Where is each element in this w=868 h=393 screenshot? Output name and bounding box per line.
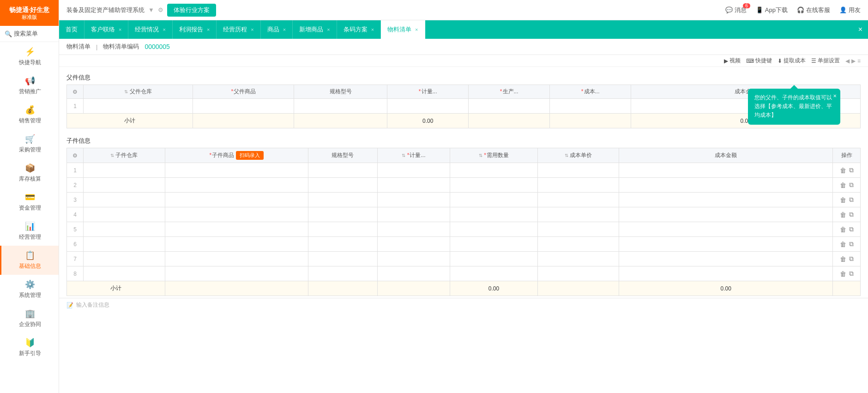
cell-child-unit[interactable] — [377, 222, 450, 237]
cell-child-spec[interactable] — [308, 193, 377, 207]
delete-icon[interactable]: 🗑 — [840, 255, 846, 263]
cell-unit-cost[interactable] — [537, 222, 619, 237]
cell-child-goods[interactable] — [165, 252, 308, 266]
settings-icon[interactable]: ⚙ — [158, 6, 163, 13]
cell-child-amount[interactable] — [619, 222, 833, 237]
cell-child-unit[interactable] — [377, 163, 450, 178]
cell-child-spec[interactable] — [308, 222, 377, 237]
cell-child-amount[interactable] — [619, 178, 833, 193]
cell-unit-cost[interactable] — [537, 163, 619, 178]
cell-produce[interactable] — [469, 99, 550, 114]
tab-close-icon[interactable]: × — [251, 27, 253, 32]
tab-profit[interactable]: 利润报告 × — [173, 20, 217, 39]
cell-child-goods[interactable] — [165, 178, 308, 193]
cell-quantity[interactable] — [450, 222, 538, 237]
cell-child-warehouse[interactable] — [84, 207, 165, 222]
tab-close-icon[interactable]: × — [371, 27, 374, 32]
cell-child-goods[interactable] — [165, 163, 308, 178]
copy-icon[interactable]: ⧉ — [849, 240, 854, 248]
cell-child-amount[interactable] — [619, 163, 833, 178]
cell-child-spec[interactable] — [308, 163, 377, 178]
sidebar-item-guide[interactable]: 🔰 新手引导 — [0, 333, 59, 362]
cell-quantity[interactable] — [450, 207, 538, 222]
cell-child-spec[interactable] — [308, 266, 377, 281]
tab-close-icon[interactable]: × — [283, 27, 286, 32]
copy-icon[interactable]: ⧉ — [849, 211, 854, 218]
cell-child-amount[interactable] — [619, 252, 833, 266]
nav-close-button[interactable]: × — [853, 25, 868, 34]
next-icon[interactable]: ▶ — [851, 58, 856, 64]
cell-child-goods[interactable] — [165, 237, 308, 252]
copy-icon[interactable]: ⧉ — [849, 255, 854, 263]
sidebar-item-system[interactable]: ⚙️ 系统管理 — [0, 275, 59, 304]
sidebar-item-enterprise[interactable]: 🏢 企业协同 — [0, 304, 59, 333]
delete-icon[interactable]: 🗑 — [840, 167, 846, 174]
cell-child-warehouse[interactable] — [84, 222, 165, 237]
tab-bom[interactable]: 物料清单 × — [381, 20, 425, 39]
user-item[interactable]: 👤 用友 — [839, 6, 861, 14]
copy-icon[interactable]: ⧉ — [849, 166, 854, 174]
cell-unit-cost[interactable] — [537, 193, 619, 207]
breadcrumb-item1[interactable]: 物料清单 — [66, 42, 90, 51]
trial-button[interactable]: 体验行业方案 — [167, 4, 216, 17]
cell-quantity[interactable] — [450, 266, 538, 281]
scan-button[interactable]: 扫码录入 — [236, 151, 264, 160]
sidebar-item-sales[interactable]: 💰 销售管理 — [0, 100, 59, 129]
copy-icon[interactable]: ⧉ — [849, 270, 854, 278]
sidebar-item-marketing[interactable]: 📢 营销推广 — [0, 71, 59, 100]
delete-icon[interactable]: 🗑 — [840, 211, 846, 218]
tab-customer[interactable]: 客户联络 × — [84, 20, 128, 39]
message-item[interactable]: 💬 消息 6 — [725, 6, 747, 14]
copy-icon[interactable]: ⧉ — [849, 196, 854, 204]
delete-icon[interactable]: 🗑 — [840, 226, 846, 233]
cell-unit[interactable] — [387, 99, 469, 114]
tab-barcode[interactable]: 条码方案 × — [337, 20, 381, 39]
cell-quantity[interactable] — [450, 193, 538, 207]
search-menu[interactable]: 🔍 搜索菜单 — [0, 26, 59, 42]
cell-quantity[interactable] — [450, 252, 538, 266]
shortcuts-button[interactable]: ⌨ 快捷键 — [746, 57, 772, 65]
tab-new-goods[interactable]: 新增商品 × — [293, 20, 337, 39]
cell-goods[interactable] — [193, 99, 294, 114]
cell-child-unit[interactable] — [377, 193, 450, 207]
sidebar-item-quick-nav[interactable]: ⚡ 快捷导航 — [0, 42, 59, 71]
cell-unit-cost[interactable] — [537, 237, 619, 252]
sidebar-item-finance[interactable]: 💳 资金管理 — [0, 187, 59, 217]
sidebar-item-purchase[interactable]: 🛒 采购管理 — [0, 129, 59, 158]
cell-child-warehouse[interactable] — [84, 178, 165, 193]
cell-child-spec[interactable] — [308, 207, 377, 222]
cell-spec[interactable] — [294, 99, 387, 114]
dropdown-icon[interactable]: ▼ — [148, 6, 154, 13]
cell-child-warehouse[interactable] — [84, 163, 165, 178]
cell-unit-cost[interactable] — [537, 266, 619, 281]
delete-icon[interactable]: 🗑 — [840, 196, 846, 204]
th-settings-child[interactable]: ⚙ — [67, 148, 84, 163]
cell-quantity[interactable] — [450, 178, 538, 193]
cell-child-amount[interactable] — [619, 193, 833, 207]
list-view-icon[interactable]: ≡ — [857, 58, 861, 64]
cell-child-warehouse[interactable] — [84, 193, 165, 207]
cell-unit-cost[interactable] — [537, 252, 619, 266]
cell-child-amount[interactable] — [619, 266, 833, 281]
cell-cost[interactable] — [550, 99, 631, 114]
note-label[interactable]: 输入备注信息 — [76, 301, 109, 309]
cell-child-unit[interactable] — [377, 237, 450, 252]
delete-icon[interactable]: 🗑 — [840, 270, 846, 278]
copy-icon[interactable]: ⧉ — [849, 181, 854, 189]
extract-cost-button[interactable]: ⬇ 提取成本 — [778, 57, 806, 65]
app-download-item[interactable]: 📱 App下载 — [756, 6, 788, 14]
cell-child-goods[interactable] — [165, 222, 308, 237]
delete-icon[interactable]: 🗑 — [840, 241, 846, 248]
tab-close-icon[interactable]: × — [415, 27, 418, 32]
cell-child-goods[interactable] — [165, 266, 308, 281]
video-button[interactable]: ▶ 视频 — [724, 57, 741, 65]
sidebar-item-inventory[interactable]: 📦 库存核算 — [0, 158, 59, 187]
cell-child-unit[interactable] — [377, 207, 450, 222]
th-settings[interactable]: ⚙ — [67, 85, 84, 99]
cell-child-warehouse[interactable] — [84, 252, 165, 266]
cell-child-spec[interactable] — [308, 178, 377, 193]
cell-child-spec[interactable] — [308, 252, 377, 266]
prev-icon[interactable]: ◀ — [845, 58, 850, 64]
cell-warehouse[interactable] — [84, 99, 193, 114]
cell-unit-cost[interactable] — [537, 178, 619, 193]
